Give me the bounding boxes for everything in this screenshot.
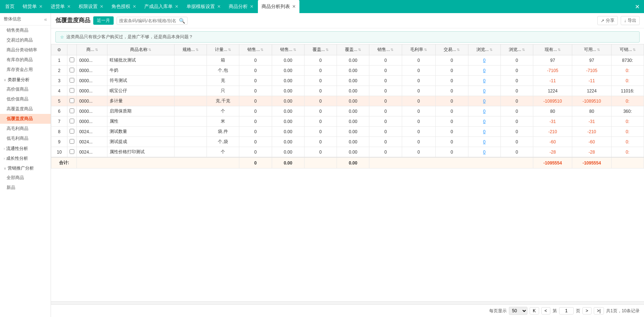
export-button[interactable]: ↓ 导出 xyxy=(621,16,640,25)
td-name: 测试数量 xyxy=(107,127,174,137)
th-coverage1[interactable]: 覆盖...⇅ xyxy=(304,44,337,55)
sidebar-item-high-value[interactable]: 高价值商品 xyxy=(0,84,51,94)
td-sales3: 0 xyxy=(369,147,402,158)
scrollbar[interactable] xyxy=(51,301,644,304)
nav-close-goods-analysis-list[interactable]: ✕ xyxy=(292,4,296,9)
sidebar-item-category-turnover[interactable]: 商品分类动销率 xyxy=(0,45,51,55)
th-spec[interactable]: 规格...⇅ xyxy=(174,44,207,55)
td-sellable: 0: xyxy=(611,76,644,86)
date-filter-button[interactable]: 近一月 xyxy=(93,16,114,25)
td-view1[interactable]: 0 xyxy=(468,55,500,66)
td-view1[interactable]: 0 xyxy=(468,137,500,147)
th-transaction[interactable]: 交易...⇅ xyxy=(436,44,468,55)
sidebar-group-class-analysis[interactable]: ∨ 类群量分析 xyxy=(0,75,51,84)
td-view1[interactable]: 0 xyxy=(468,147,500,158)
settings-icon[interactable]: ⚙ xyxy=(57,47,61,52)
search-input[interactable] xyxy=(119,18,177,23)
th-available[interactable]: 可用...⇅ xyxy=(572,44,611,55)
sidebar-group-growth[interactable]: › 成长性分析 xyxy=(0,153,51,163)
sidebar-item-inventory-capital[interactable]: 库存资金占用 xyxy=(0,65,51,75)
th-view2[interactable]: 浏览...⇅ xyxy=(500,44,533,55)
sidebar-item-stocked-goods[interactable]: 有库存的商品 xyxy=(0,55,51,65)
td-sales3: 0 xyxy=(369,137,402,147)
td-spec xyxy=(174,147,207,158)
td-view1[interactable]: 0 xyxy=(468,96,500,106)
search-icon[interactable]: 🔍 xyxy=(179,18,185,24)
td-checkbox[interactable] xyxy=(67,147,77,158)
td-checkbox[interactable] xyxy=(67,76,77,86)
th-settings[interactable]: ⚙ xyxy=(51,44,67,55)
th-gross-margin[interactable]: 毛利率⇅ xyxy=(402,44,436,55)
th-sales-qty[interactable]: 销售...⇅ xyxy=(239,44,272,55)
sort-icon-coverage2: ⇅ xyxy=(358,48,361,52)
nav-production[interactable]: 产成品入库单 ✕ xyxy=(141,0,182,13)
sidebar-item-low-coverage[interactable]: 低覆盖度商品 xyxy=(0,114,51,124)
first-page-button[interactable]: K xyxy=(530,307,539,314)
td-available: 97 xyxy=(572,55,611,66)
th-unit[interactable]: 计量...⇅ xyxy=(207,44,239,55)
sidebar-item-traded-goods[interactable]: 交易过的商品 xyxy=(0,35,51,45)
th-code[interactable]: 商...⇅ xyxy=(77,44,107,55)
td-checkbox[interactable] xyxy=(67,106,77,116)
sidebar-item-all-goods[interactable]: 全部商品 xyxy=(0,173,51,183)
totals-sellable xyxy=(611,157,644,169)
td-view1[interactable]: 0 xyxy=(468,127,500,137)
td-checkbox[interactable] xyxy=(67,116,77,127)
next-page-button[interactable]: > xyxy=(582,307,592,314)
per-page-select[interactable]: 50 20 100 xyxy=(509,307,527,315)
th-sellable[interactable]: 可销...⇅ xyxy=(611,44,644,55)
td-view1[interactable]: 0 xyxy=(468,106,500,116)
th-sales3[interactable]: 销售...⇅ xyxy=(369,44,402,55)
td-checkbox[interactable] xyxy=(67,86,77,96)
page-number-input[interactable] xyxy=(559,307,574,314)
td-checkbox[interactable] xyxy=(67,137,77,147)
sidebar-group-marketing[interactable]: ∨ 营销推广分析 xyxy=(0,163,51,173)
td-checkbox[interactable] xyxy=(67,96,77,106)
info-icon: ☆ xyxy=(60,35,64,40)
share-button[interactable]: ↗ 分享 xyxy=(597,16,618,25)
td-sales-amt: 0.00 xyxy=(272,55,304,66)
td-checkbox[interactable] xyxy=(67,127,77,137)
td-sales-amt: 0.00 xyxy=(272,106,304,116)
nav-close-template[interactable]: ✕ xyxy=(217,4,221,9)
td-view1[interactable]: 0 xyxy=(468,86,500,96)
nav-purchase-order[interactable]: 进货单 ✕ xyxy=(47,0,74,13)
prev-page-button[interactable]: < xyxy=(541,307,550,314)
nav-sales-order[interactable]: 销货单 ✕ xyxy=(19,0,46,13)
window-close-button[interactable]: ✕ xyxy=(632,3,643,10)
nav-close-goods-analysis[interactable]: ✕ xyxy=(250,4,254,9)
nav-goods-analysis[interactable]: 商品分析 ✕ xyxy=(225,0,257,13)
td-checkbox[interactable] xyxy=(67,66,77,76)
sidebar-item-high-margin[interactable]: 高毛利商品 xyxy=(0,124,51,134)
nav-close-purchase-order[interactable]: ✕ xyxy=(67,4,71,9)
sidebar-item-new-goods[interactable]: 新品 xyxy=(0,183,51,193)
td-row-no: 10 xyxy=(51,147,67,158)
nav-permission[interactable]: 权限设置 ✕ xyxy=(75,0,107,13)
sidebar-group-circulation[interactable]: › 流通性分析 xyxy=(0,143,51,153)
td-view1[interactable]: 0 xyxy=(468,76,500,86)
sidebar-item-low-value[interactable]: 低价值商品 xyxy=(0,94,51,104)
nav-role[interactable]: 角色授权 ✕ xyxy=(108,0,140,13)
th-current-stock[interactable]: 现有...⇅ xyxy=(533,44,572,55)
sidebar-item-high-coverage[interactable]: 高覆盖度商品 xyxy=(0,104,51,114)
th-view1[interactable]: 浏览...⇅ xyxy=(468,44,500,55)
th-sales-amt[interactable]: 销售...⇅ xyxy=(272,44,304,55)
td-view2: 0 xyxy=(500,116,533,127)
nav-template[interactable]: 单据模板设置 ✕ xyxy=(183,0,224,13)
th-name[interactable]: 商品名称⇅ xyxy=(107,44,174,55)
th-coverage2[interactable]: 覆盖...⇅ xyxy=(337,44,369,55)
nav-close-permission[interactable]: ✕ xyxy=(100,4,103,9)
td-view1[interactable]: 0 xyxy=(468,116,500,127)
nav-goods-analysis-list[interactable]: 商品分析列表 ✕ xyxy=(258,0,299,13)
last-page-button[interactable]: >| xyxy=(594,307,604,314)
nav-close-sales-order[interactable]: ✕ xyxy=(39,4,43,9)
nav-home[interactable]: 首页 xyxy=(1,0,18,13)
sidebar-collapse-btn[interactable]: « xyxy=(44,16,47,22)
td-view1[interactable]: 0 xyxy=(468,66,500,76)
sidebar-item-low-margin[interactable]: 低毛利商品 xyxy=(0,134,51,143)
sidebar-header[interactable]: 整体信息 « xyxy=(0,13,51,25)
sidebar-item-sales-goods[interactable]: 销售类商品 xyxy=(0,25,51,35)
nav-close-role[interactable]: ✕ xyxy=(133,4,136,9)
td-checkbox[interactable] xyxy=(67,55,77,66)
nav-close-production[interactable]: ✕ xyxy=(175,4,178,9)
